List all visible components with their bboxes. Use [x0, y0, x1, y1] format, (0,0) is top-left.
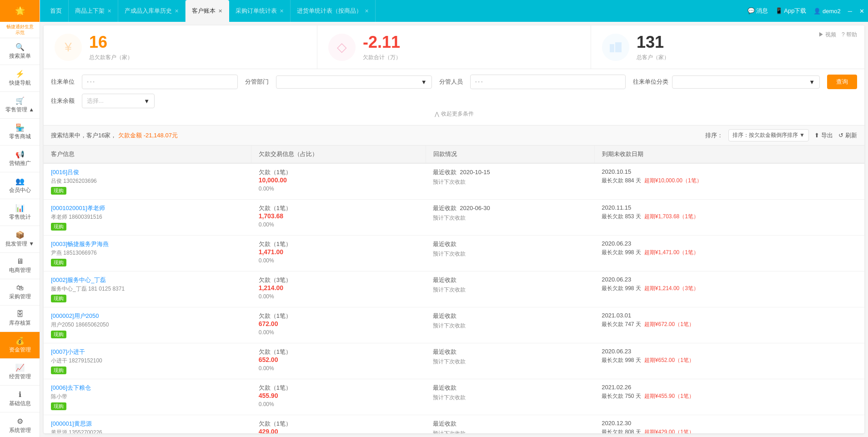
tab-finished-goods[interactable]: 产成品入库单历史 ✕	[118, 0, 186, 22]
overdue-link-3[interactable]: 超期¥1,214.00（3笔）	[644, 285, 699, 291]
overdue-days-5: 最长欠款 998 天	[602, 357, 642, 363]
view-video-btn[interactable]: ▶ 视频	[818, 31, 836, 39]
tab-purchase-stats-close[interactable]: ✕	[280, 8, 284, 14]
sidebar-item-inventory[interactable]: 🗄 库存核算	[0, 306, 40, 332]
tab-product-listing[interactable]: 商品上下架 ✕	[69, 0, 118, 22]
customer-name-link-1[interactable]: [0001020001]孝老师	[51, 205, 105, 211]
app-download-btn[interactable]: 📱 App下载	[775, 7, 806, 15]
cell-debt-5: 欠款（1笔） 652.00 0.00%	[251, 343, 426, 379]
customer-name-link-7[interactable]: [000001]黄思源	[51, 420, 92, 427]
debt-ratio-4: 0.00%	[259, 329, 418, 336]
cell-due-0: 2020.10.15 最长欠款 884 天 超期¥10,000.00（1笔）	[594, 163, 864, 200]
top-bar-right: 💬 消息 📱 App下载 👤 demo2 ─ ✕	[748, 7, 864, 15]
filter-group-customer: 往来单位 ···	[51, 75, 238, 89]
customer-contact-1: 孝老师 18600391516	[51, 213, 244, 221]
debt-label-6: 欠款（1笔）	[259, 384, 418, 392]
export-button[interactable]: ⬆ 导出	[814, 131, 833, 140]
stat-icon-amount: ◇	[328, 34, 356, 61]
sidebar-item-wholesale[interactable]: 📦 批发管理 ▼	[0, 226, 40, 253]
last-payment-label-0: 最近收款 2020-10-15	[433, 168, 587, 176]
stats-bar: ¥ 16 总欠款客户（家） ◇ -2.11 欠款合计（万）	[44, 25, 864, 69]
filter-select-balance[interactable]: 选择... ▼	[82, 94, 155, 108]
cell-customer-1: [0001020001]孝老师 孝老师 18600391516 现购	[44, 200, 251, 236]
filter-label-balance: 往来余额	[51, 97, 78, 105]
customer-tag-0: 现购	[51, 187, 66, 195]
table-row: [0007]小进干 小进干 18279152100 现购 欠款（1笔） 652.…	[44, 343, 864, 379]
filter-input-person[interactable]: ···	[470, 75, 626, 89]
message-btn[interactable]: 💬 消息	[748, 7, 768, 15]
sidebar-item-marketing[interactable]: 📢 营销推广	[0, 146, 40, 172]
debt-ratio-1: 0.00%	[259, 221, 418, 228]
customer-name-link-5[interactable]: [0007]小进干	[51, 348, 85, 355]
overdue-days-1: 最长欠款 853 天	[602, 213, 642, 220]
sidebar-item-member[interactable]: 👥 会员中心	[0, 172, 40, 199]
customer-name-link-0[interactable]: [0016]吕俊	[51, 169, 79, 176]
table-row: [0006]去下粮仓 陈小带 现购 欠款（1笔） 455.90 0.00% 最近…	[44, 379, 864, 415]
overdue-link-0[interactable]: 超期¥10,000.00（1笔）	[644, 177, 702, 184]
help-btn[interactable]: ? 帮助	[842, 31, 857, 39]
customer-name-link-3[interactable]: [0002]服务中心_丁磊	[51, 276, 106, 283]
tab-inbound-stats[interactable]: 进货单统计表（按商品） ✕	[291, 0, 376, 22]
cell-payment-7: 最近收款 预计下次收款	[426, 415, 594, 434]
tab-customer-ledger[interactable]: 客户账本 ✕	[186, 0, 229, 22]
sidebar-item-retail-mall[interactable]: 🏪 零售商城	[0, 119, 40, 146]
overdue-link-4[interactable]: 超期¥672.00（1笔）	[644, 321, 694, 327]
debt-ratio-2: 0.00%	[259, 257, 418, 264]
sidebar-item-retail-stats[interactable]: 📊 零售统计	[0, 199, 40, 226]
customer-tag-3: 现购	[51, 295, 66, 302]
overdue-days-0: 最长欠款 884 天	[602, 177, 642, 184]
customer-name-link-6[interactable]: [0006]去下粮仓	[51, 384, 91, 391]
overdue-link-5[interactable]: 超期¥652.00（1笔）	[644, 357, 694, 363]
tab-inbound-stats-close[interactable]: ✕	[365, 8, 369, 14]
sidebar-item-finance[interactable]: 💰 资金管理	[0, 332, 40, 359]
sidebar-item-quick-nav[interactable]: ⚡ 快捷导航	[0, 65, 40, 92]
col-header-customer: 客户信息	[44, 146, 251, 163]
window-close[interactable]: ✕	[859, 8, 864, 15]
tab-finished-goods-close[interactable]: ✕	[175, 8, 179, 14]
tab-customer-ledger-close[interactable]: ✕	[218, 8, 222, 14]
data-table: 客户信息 欠款交易信息（占比） 回款情况 到期未收款日期 [0016]吕俊 吕俊…	[44, 146, 864, 433]
overdue-link-2[interactable]: 超期¥1,471.00（1笔）	[644, 249, 699, 256]
result-bar: 搜索结果中，客户16家， 欠款金额 -21,148.07元 排序： 排序：按欠款…	[44, 126, 864, 146]
user-avatar[interactable]: 👤 demo2	[813, 8, 840, 15]
sidebar-item-purchase[interactable]: 🛍 采购管理	[0, 279, 40, 306]
sidebar-item-system[interactable]: ⚙ 系统管理	[0, 412, 40, 437]
customer-tag-1: 现购	[51, 223, 66, 231]
table-row: [0002]服务中心_丁磊 服务中心_丁磊 181 0125 8371 现购 欠…	[44, 271, 864, 307]
filter-select-category[interactable]: ▼	[672, 75, 820, 89]
filter-label-customer: 往来单位	[51, 78, 78, 86]
refresh-button[interactable]: ↺ 刷新	[838, 131, 857, 140]
filter-input-customer[interactable]: ···	[82, 75, 238, 89]
overdue-link-6[interactable]: 超期¥455.90（1笔）	[644, 393, 694, 399]
filter-group-dept: 分管部门 ▼	[245, 75, 432, 89]
sidebar-item-basic-info[interactable]: ℹ 基础信息	[0, 386, 40, 412]
customer-name-link-2[interactable]: [0003]畅捷服务尹海燕	[51, 241, 109, 247]
cell-customer-6: [0006]去下粮仓 陈小带 现购	[44, 379, 251, 415]
tab-customer-ledger-label: 客户账本	[192, 7, 216, 15]
tab-product-listing-close[interactable]: ✕	[107, 8, 111, 14]
sidebar-item-retail-mgmt[interactable]: 🛒 零售管理 ▲	[0, 92, 40, 119]
tab-purchase-stats[interactable]: 采购订单统计表 ✕	[229, 0, 291, 22]
sidebar-item-search[interactable]: 🔍 搜索菜单	[0, 38, 40, 65]
debt-amount-6: 455.90	[259, 392, 418, 399]
overdue-link-1[interactable]: 超期¥1,703.68（1笔）	[644, 213, 699, 220]
collapse-button[interactable]: ⋀ 收起更多条件	[435, 110, 474, 118]
window-minimize[interactable]: ─	[848, 8, 852, 15]
sidebar-item-operations[interactable]: 📈 经营管理	[0, 359, 40, 386]
customer-contact-7: 黄思源 13552700226	[51, 429, 244, 433]
stat-icon-debt: ¥	[55, 34, 82, 61]
customer-tag-6: 现购	[51, 402, 66, 410]
stat-actions: ▶ 视频 ? 帮助	[818, 31, 857, 39]
filter-select-dept[interactable]: ▼	[276, 75, 432, 89]
overdue-days-4: 最长欠款 747 天	[602, 321, 642, 327]
due-date-7: 2020.12.30	[602, 420, 857, 427]
customer-name-link-4[interactable]: [000002]用户2050	[51, 312, 99, 319]
sort-select[interactable]: 排序：按欠款金额倒序排序 ▼	[728, 129, 809, 141]
overdue-link-7[interactable]: 超期¥429.00（1笔）	[644, 429, 694, 433]
debt-label-1: 欠款（1笔）	[259, 204, 418, 212]
last-payment-label-3: 最近收款	[433, 276, 587, 284]
tab-home[interactable]: 首页	[44, 0, 69, 22]
search-button[interactable]: 查询	[827, 75, 857, 89]
sidebar-item-ecommerce[interactable]: 🖥 电商管理	[0, 253, 40, 279]
sort-value: 排序：按欠款金额倒序排序	[733, 132, 798, 138]
